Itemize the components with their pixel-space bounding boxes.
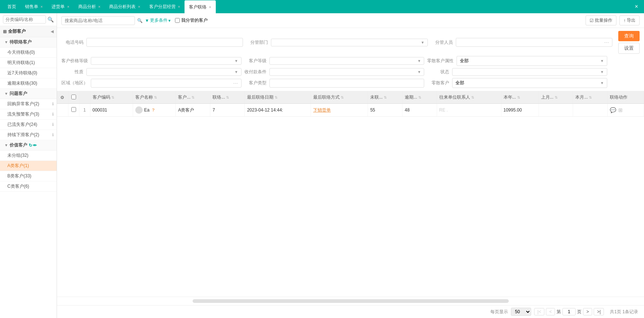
settings-button[interactable]: 设置 [618, 43, 640, 54]
message-action-icon[interactable]: 💬 [610, 107, 616, 113]
sidebar-item-class-a[interactable]: A类客户(1) [0, 161, 57, 171]
first-page-btn[interactable]: |< [534, 308, 544, 315]
last-method-link[interactable]: 下销货单 [313, 107, 331, 113]
batch-ops-button[interactable]: ☑ 批量操作 [586, 15, 616, 25]
nav-home[interactable]: 首页 [3, 0, 21, 13]
region-dropdown[interactable]: ··· [91, 79, 242, 88]
sidebar-item-class-c[interactable]: C类客户(6) [0, 181, 57, 192]
next-page-btn[interactable]: > [583, 308, 592, 315]
sidebar-item-tomorrow[interactable]: 明天待联络(1) [0, 58, 57, 68]
sidebar-item-declining[interactable]: 持续下滑客户(2) ℹ [0, 130, 57, 140]
group-problem-customers[interactable]: ▼ 问题客户 [0, 89, 57, 99]
select-all-checkbox[interactable] [71, 95, 76, 99]
export-button[interactable]: ↑ 导出 [619, 15, 640, 25]
td-this-year: 10995.00 [501, 104, 539, 117]
price-level-dropdown[interactable]: ▼ [91, 57, 242, 65]
close-tab-0[interactable]: × [40, 4, 43, 9]
th-actions: 联络动作 [608, 91, 644, 104]
gear-icon[interactable]: ⚙ [60, 95, 64, 100]
collapse-sidebar-btn[interactable]: ◀ [51, 29, 54, 33]
per-page-label: 每页显示 [490, 309, 508, 315]
dept-dropdown[interactable]: ▼ [271, 39, 427, 46]
sidebar-item-churned[interactable]: 已流失客户(24) ℹ [0, 120, 57, 130]
status-dropdown[interactable]: ▼ [452, 68, 607, 76]
per-page-select[interactable]: 50 100 200 [511, 308, 531, 316]
td-num: 1 [79, 104, 90, 117]
nav-tab-5[interactable]: 客户联络 × [185, 0, 215, 14]
search-input[interactable] [61, 16, 135, 25]
filter-price-level: 客户价格等级 ▼ [61, 57, 242, 65]
sidebar-item-overdue[interactable]: 逾期未联络(30) [0, 78, 57, 89]
sidebar-item-unclassified[interactable]: 未分组(32) [0, 151, 57, 161]
nav-tab-0[interactable]: 销售单 × [21, 0, 47, 13]
close-all-tabs[interactable]: × [632, 3, 641, 10]
sidebar-item-today[interactable]: 今天待联络(0) [0, 47, 57, 58]
td-name: Ea ？ [133, 104, 175, 117]
my-customers-checkbox-label[interactable]: 我分管的客户 [175, 17, 208, 24]
nature-dropdown[interactable]: ▼ [86, 68, 242, 76]
group-value-customers[interactable]: ▼ 价值客户 ↻ ✏ [0, 140, 57, 151]
nav-tab-3[interactable]: 商品分析列表 × [105, 0, 144, 13]
page-nav: |< < 第 页 > >| [534, 308, 604, 315]
sidebar-item-churn-warning[interactable]: 流失预警客户(3) ℹ [0, 109, 57, 120]
my-customers-checkbox[interactable] [175, 18, 180, 23]
arrow-icon: ▼ [4, 40, 8, 44]
adv-filter-row-3: 性质 ▼ 收付款条件 ▼ 状态 [61, 68, 640, 76]
close-tab-2[interactable]: × [98, 4, 100, 9]
refresh-icon[interactable]: ↻ [29, 143, 32, 148]
sidebar-item-repurchase-abnormal[interactable]: 回购异常客户(2) ℹ [0, 99, 57, 109]
sort-icon: ⇅ [418, 95, 421, 99]
prev-page-btn[interactable]: < [546, 308, 555, 315]
retail-customer-dropdown[interactable]: 全部 ▼ [452, 78, 607, 88]
arrow-icon: ▼ [4, 143, 8, 147]
customer-type-input[interactable] [269, 79, 425, 88]
sidebar-search-icon[interactable]: 🔍 [47, 17, 54, 22]
payment-dropdown[interactable]: ▼ [269, 68, 425, 76]
horizontal-scrollbar[interactable] [193, 299, 509, 303]
close-tab-1[interactable]: × [67, 4, 69, 9]
chevron-down-icon: ▾ [168, 18, 171, 23]
nav-tab-4[interactable]: 客户分层经营 × [145, 0, 185, 13]
customer-level-dropdown[interactable]: ▼ [269, 57, 425, 65]
nav-tab-2[interactable]: 商品分析 × [74, 0, 105, 13]
search-icon[interactable]: 🔍 [137, 18, 143, 23]
td-row-actions: 💬 ⊞ [608, 104, 644, 117]
close-tab-3[interactable]: × [138, 4, 140, 9]
manager-dropdown[interactable]: ··· [456, 38, 612, 47]
close-tab-4[interactable]: × [178, 4, 180, 9]
all-customers-header[interactable]: ⊞ 全部客户 ◀ [0, 26, 57, 37]
chevron-down-icon: ▼ [600, 81, 604, 85]
sort-icon: ⇅ [517, 95, 520, 99]
page-suffix: 页 [577, 309, 582, 315]
th-this-year: 本年... ⇅ [501, 91, 539, 104]
checkbox-icon: ☑ [590, 18, 594, 23]
td-level: A类客户 [176, 104, 210, 117]
th-last-date: 最后联络日期 ⇅ [245, 91, 311, 104]
th-contact-person: 往来单位联系人 ⇅ [437, 91, 501, 104]
sidebar-search-input[interactable] [3, 15, 46, 24]
sidebar-item-class-b[interactable]: B类客户(33) [0, 171, 57, 181]
page-number-input[interactable] [562, 308, 576, 315]
table-header-row: ⚙ 客户编码 ⇅ [57, 91, 644, 104]
grid-icon: ⊞ [3, 29, 7, 34]
nav-tab-1[interactable]: 进货单 × [47, 0, 74, 13]
phone-input[interactable] [86, 38, 243, 47]
filter-payment: 收付款条件 ▼ [244, 68, 425, 76]
th-name: 客户名称 ⇅ [133, 91, 175, 104]
sidebar-item-7days[interactable]: 近7天待联络(0) [0, 68, 57, 78]
status-label: 状态 [427, 69, 449, 75]
sort-icon: ⇅ [192, 95, 194, 99]
filter-region: 区域（地区） ··· [61, 79, 242, 88]
more-conditions-btn[interactable]: ▼ 更多条件 ▾ [145, 17, 171, 24]
retail-attr-dropdown[interactable]: 全部 ▼ [457, 56, 607, 66]
grid-action-icon[interactable]: ⊞ [618, 107, 623, 113]
edit-icon[interactable]: ✏ [33, 143, 37, 148]
filter-phone: 电话号码 [61, 38, 243, 47]
close-tab-5[interactable]: × [209, 5, 211, 9]
row-checkbox[interactable] [71, 107, 76, 112]
query-button[interactable]: 查询 [618, 31, 640, 41]
group-pending-contact[interactable]: ▼ 待联络客户 [0, 37, 57, 47]
last-page-btn[interactable]: >| [594, 308, 604, 315]
filter-customer-type: 客户类型 [244, 79, 425, 88]
th-overdue: 逾期... ⇅ [402, 91, 437, 104]
